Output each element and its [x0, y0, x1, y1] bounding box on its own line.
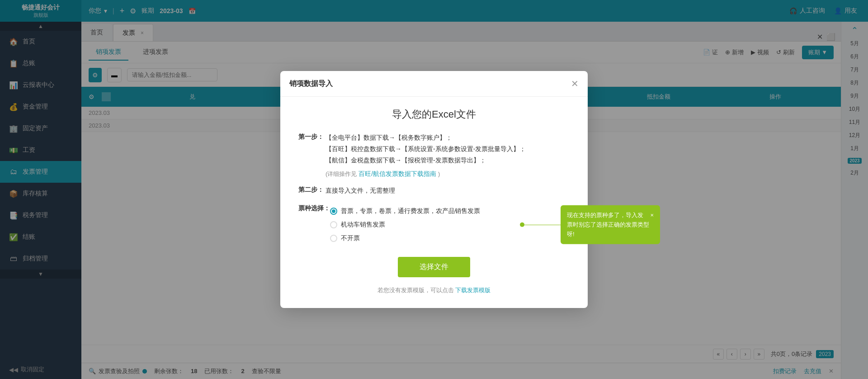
- step1-line2: 【百旺】税控盘数据下载→【系统设置-系统参数设置-发票批量导入】；: [326, 143, 526, 155]
- radio-circle-2: [330, 221, 337, 228]
- modal-overlay: 销项数据导入 ✕ 导入您的Excel文件 第一步： 【全电平台】数据下载→【税务…: [0, 0, 868, 379]
- step1-note: (详细操作见: [326, 171, 357, 177]
- template-note: 若您没有发票模版，可以点击 下载发票模版: [298, 286, 570, 294]
- radio-circle-1: [330, 208, 337, 215]
- ticket-row: 票种选择： 普票，专票，卷票，通行费发票，农产品销售发票 机动车销售发票: [298, 204, 570, 246]
- radio-container: 普票，专票，卷票，通行费发票，农产品销售发票 机动车销售发票: [330, 204, 480, 246]
- tooltip-dot: [520, 223, 524, 227]
- template-note-text: 若您没有发票模版，可以点击: [377, 287, 454, 294]
- radio-circle-3: [330, 235, 337, 242]
- modal-body: 导入您的Excel文件 第一步： 【全电平台】数据下载→【税务数字账户】； 【百…: [280, 97, 588, 308]
- template-download-link[interactable]: 下载发票模版: [455, 287, 491, 294]
- step2-content: 直接导入文件，无需整理: [326, 185, 395, 196]
- radio-item-1[interactable]: 普票，专票，卷票，通行费发票，农产品销售发票: [330, 207, 480, 215]
- radio-item-3[interactable]: 不开票: [330, 234, 480, 242]
- modal-header: 销项数据导入 ✕: [280, 71, 588, 97]
- radio-label-3: 不开票: [341, 234, 360, 242]
- import-modal: 销项数据导入 ✕ 导入您的Excel文件 第一步： 【全电平台】数据下载→【税务…: [280, 71, 588, 308]
- step1-note-end: ): [438, 171, 440, 177]
- ticket-label: 票种选择：: [298, 204, 330, 213]
- modal-main-title: 导入您的Excel文件: [298, 108, 570, 121]
- tooltip-close-btn[interactable]: ×: [650, 211, 654, 220]
- step2-row: 第二步： 直接导入文件，无需整理: [298, 185, 570, 196]
- step1-label: 第一步：: [298, 133, 326, 141]
- radio-group: 普票，专票，卷票，通行费发票，农产品销售发票 机动车销售发票: [330, 207, 480, 242]
- tooltip-line: [524, 224, 561, 225]
- select-file-btn[interactable]: 选择文件: [398, 257, 470, 277]
- step1-row: 第一步： 【全电平台】数据下载→【税务数字账户】； 【百旺】税控盘数据下载→【系…: [298, 132, 570, 180]
- step1-link[interactable]: 百旺/航信发票数据下载指南: [359, 170, 436, 177]
- modal-title: 销项数据导入: [289, 79, 333, 89]
- step1-line3: 【航信】金税盘数据下载→【报税管理-发票数据导出】；: [326, 155, 526, 166]
- tooltip-connector: × 现在支持的票种多了，导入发票时别忘了选择正确的发票类型呀!: [520, 205, 660, 244]
- radio-label-2: 机动车销售发票: [341, 221, 385, 229]
- step1-line1: 【全电平台】数据下载→【税务数字账户】；: [326, 132, 526, 143]
- tooltip-text: 现在支持的票种多了，导入发票时别忘了选择正确的发票类型呀!: [567, 212, 649, 237]
- step1-content: 【全电平台】数据下载→【税务数字账户】； 【百旺】税控盘数据下载→【系统设置-系…: [326, 132, 526, 180]
- tooltip-bubble: × 现在支持的票种多了，导入发票时别忘了选择正确的发票类型呀!: [561, 205, 660, 244]
- step2-label: 第二步：: [298, 186, 326, 194]
- modal-close-btn[interactable]: ✕: [571, 78, 579, 89]
- radio-label-1: 普票，专票，卷票，通行费发票，农产品销售发票: [341, 207, 480, 215]
- radio-item-2[interactable]: 机动车销售发票 × 现在支持的票种多了，导入发票时别忘了选择正确的发票类型呀!: [330, 221, 480, 229]
- step1-note-row: (详细操作见 百旺/航信发票数据下载指南 ): [326, 168, 526, 180]
